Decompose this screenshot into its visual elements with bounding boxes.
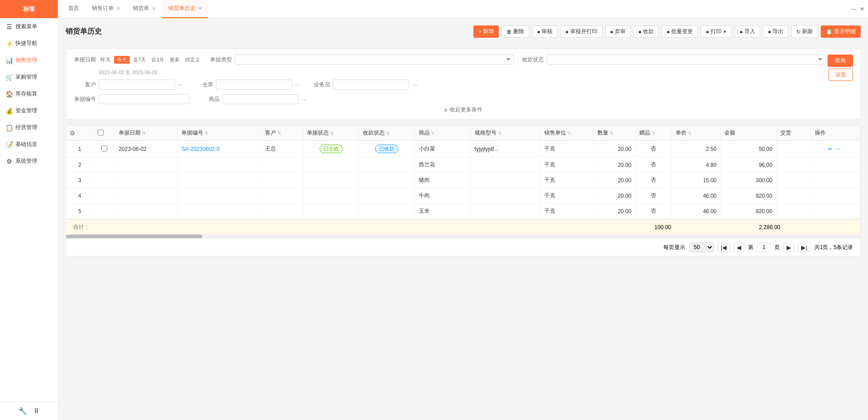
- tab-sales-order[interactable]: 销售订单 ✕: [85, 0, 126, 18]
- last-page-button[interactable]: ▶|: [798, 243, 810, 252]
- window-close-icon[interactable]: ✕: [860, 6, 864, 12]
- th-customer[interactable]: 客户 ⇅: [261, 125, 303, 141]
- th-price[interactable]: 单价 ⇅: [672, 125, 720, 141]
- tab-sales-history[interactable]: 销货单历史 ✕: [162, 0, 208, 18]
- date-tag-1month[interactable]: 近1月: [150, 56, 166, 64]
- doctype-select[interactable]: [235, 55, 514, 65]
- receive-button[interactable]: ● 收款: [633, 25, 659, 38]
- new-button[interactable]: + 新增: [473, 25, 499, 38]
- cell-customer: [261, 204, 303, 219]
- query-button[interactable]: 查询: [828, 55, 853, 67]
- tab-sales-delivery-close[interactable]: ✕: [152, 6, 156, 11]
- sidebar-item-sales-mgmt[interactable]: 📊 销售管理: [0, 52, 58, 69]
- filter-actions: 查询 设置: [826, 55, 853, 81]
- th-qty-sort[interactable]: 数量 ⇅: [597, 129, 632, 137]
- th-goods-sort[interactable]: 商品 ⇅: [419, 129, 467, 137]
- abandon-button[interactable]: ● 弃审: [605, 25, 631, 38]
- docno-input[interactable]: [99, 94, 190, 104]
- collapse-button[interactable]: ∧ 收起更多条件: [73, 106, 853, 114]
- sidebar-item-quick-nav[interactable]: ⚡ 快捷导航: [0, 35, 58, 52]
- cell-checkbox[interactable]: [94, 157, 115, 173]
- row-checkbox[interactable]: [101, 145, 107, 151]
- th-checkbox[interactable]: [94, 125, 115, 141]
- customer-dots-button[interactable]: ···: [178, 81, 183, 88]
- audit-button[interactable]: ● 审核: [532, 25, 557, 38]
- sidebar-settings-icon[interactable]: 🔧: [18, 407, 27, 415]
- th-date-sort[interactable]: 单据日期 ⇅: [119, 129, 174, 137]
- date-tag-custom[interactable]: 自定义: [183, 56, 202, 64]
- table-settings-icon[interactable]: ⚙: [70, 130, 75, 137]
- th-spec[interactable]: 规格型号 ⇅: [471, 125, 540, 141]
- sidebar-item-purchase-mgmt[interactable]: 🛒 采购管理: [0, 69, 58, 85]
- th-pay-status[interactable]: 收款状态 ⇅: [359, 125, 415, 141]
- show-detail-button[interactable]: 📋 显示明细: [821, 25, 861, 38]
- edit-action[interactable]: ✏: [828, 146, 833, 152]
- date-tag-7days[interactable]: 近7天: [131, 56, 148, 64]
- th-code[interactable]: 单据编号 ⇅: [178, 125, 261, 141]
- th-paystatus-sort[interactable]: 收款状态 ⇅: [363, 129, 411, 137]
- warehouse-dots-button[interactable]: ···: [295, 81, 301, 88]
- sidebar-item-finance[interactable]: 💰 资金管理: [0, 102, 58, 119]
- th-customer-sort[interactable]: 客户 ⇅: [265, 129, 299, 137]
- th-spec-sort[interactable]: 规格型号 ⇅: [475, 129, 537, 137]
- sidebar-item-system-mgmt[interactable]: ⚙ 系统管理: [0, 153, 58, 170]
- cell-checkbox[interactable]: [94, 173, 115, 188]
- import-button[interactable]: ● 导入: [735, 25, 760, 38]
- date-tag-yesterday[interactable]: 昨天: [99, 56, 112, 64]
- warehouse-input[interactable]: [216, 80, 292, 90]
- tab-sales-delivery[interactable]: 销货单 ✕: [126, 0, 162, 18]
- th-date[interactable]: 单据日期 ⇅: [115, 125, 177, 141]
- tab-sales-order-close[interactable]: ✕: [116, 6, 120, 11]
- sidebar-item-basic-info[interactable]: 📝 基础信息: [0, 136, 58, 153]
- date-tag-more[interactable]: 更多: [168, 56, 181, 64]
- tab-sales-history-close[interactable]: ✕: [198, 6, 202, 11]
- current-page-input[interactable]: [757, 243, 771, 252]
- page-size-select[interactable]: 50 10 20 100: [689, 242, 714, 252]
- th-unit[interactable]: 销售单位 ⇅: [541, 125, 594, 141]
- sidebar-collapse-icon[interactable]: ⏸: [33, 407, 40, 415]
- sidebar-item-operation[interactable]: 📋 经营管理: [0, 119, 58, 136]
- goods-input[interactable]: [222, 94, 299, 104]
- first-page-button[interactable]: |◀: [717, 243, 730, 252]
- select-all-checkbox[interactable]: [98, 130, 104, 135]
- th-code-sort[interactable]: 单据编号 ⇅: [181, 129, 257, 137]
- salesperson-input[interactable]: [333, 80, 409, 90]
- th-gift[interactable]: 赠品 ⇅: [635, 125, 672, 141]
- cell-checkbox[interactable]: [94, 204, 115, 219]
- th-settings[interactable]: ⚙: [66, 125, 94, 141]
- cell-qty: 20.00: [593, 173, 635, 188]
- sidebar-item-inventory[interactable]: 🏠 库存核算: [0, 85, 58, 102]
- next-page-button[interactable]: ▶: [783, 243, 794, 252]
- th-goods[interactable]: 商品 ⇅: [415, 125, 471, 141]
- cell-trade: [776, 173, 811, 188]
- doc-code-link[interactable]: SA-20230602-0: [181, 146, 220, 152]
- paystatus-select[interactable]: [547, 55, 826, 65]
- print-button[interactable]: ● 打印 ▼: [701, 25, 732, 38]
- th-price-sort[interactable]: 单价 ⇅: [676, 129, 717, 137]
- export-button[interactable]: ● 导出: [763, 25, 788, 38]
- window-minimize-icon[interactable]: —: [851, 6, 856, 12]
- sidebar-item-search-menu[interactable]: ☰ 搜索菜单: [0, 18, 58, 35]
- more-action[interactable]: ⋯: [835, 146, 841, 152]
- horizontal-scrollbar[interactable]: [66, 235, 860, 238]
- th-qty[interactable]: 数量 ⇅: [593, 125, 635, 141]
- batch-change-button[interactable]: ● 批量变更: [662, 25, 698, 38]
- th-doc-status[interactable]: 单据状态 ⇅: [303, 125, 359, 141]
- customer-label: 客户: [73, 81, 96, 89]
- th-docstatus-sort[interactable]: 单据状态 ⇅: [307, 129, 355, 137]
- docstatus-sort-icon: ⇅: [330, 130, 334, 135]
- date-tag-today[interactable]: 今天: [114, 56, 130, 64]
- goods-dots-button[interactable]: ···: [301, 95, 307, 103]
- cell-checkbox[interactable]: [94, 188, 115, 204]
- refresh-button[interactable]: ↻ 刷新: [791, 25, 818, 38]
- set-button[interactable]: 设置: [828, 69, 853, 81]
- th-gift-sort[interactable]: 赠品 ⇅: [639, 129, 668, 137]
- th-unit-sort[interactable]: 销售单位 ⇅: [544, 129, 590, 137]
- prev-page-button[interactable]: ◀: [733, 243, 744, 252]
- audit-print-button[interactable]: ● 审核并打印: [560, 25, 602, 38]
- cell-checkbox[interactable]: [94, 141, 115, 157]
- customer-input[interactable]: [99, 80, 175, 90]
- tab-home[interactable]: 首页: [62, 0, 85, 18]
- delete-button[interactable]: 🗑 删除: [502, 25, 529, 38]
- salesperson-dots-button[interactable]: ···: [412, 81, 417, 88]
